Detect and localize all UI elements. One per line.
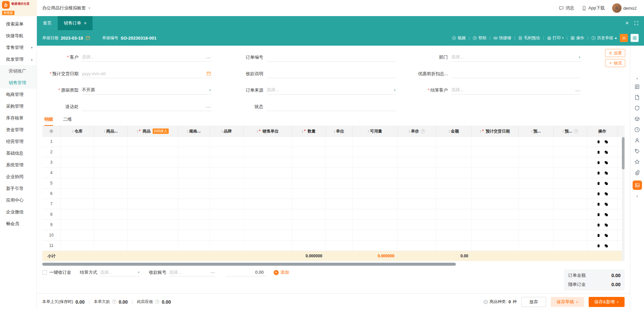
table-cell[interactable] — [472, 147, 519, 157]
table-cell[interactable] — [61, 199, 94, 209]
table-cell[interactable] — [128, 157, 178, 167]
table-cell[interactable] — [353, 199, 398, 209]
sort-icon[interactable]: ▴▾ — [302, 130, 303, 133]
table-cell[interactable] — [61, 178, 94, 188]
copy-row-icon[interactable] — [604, 150, 608, 154]
scan-entry-badge[interactable]: 扫码录入 — [153, 128, 169, 134]
copy-row-icon[interactable] — [604, 192, 608, 196]
toolbar-action-history[interactable]: 历史单据 — [591, 35, 613, 41]
sidebar-item[interactable]: 电商管理 — [0, 89, 37, 100]
column-header[interactable]: ▴▾*销售单位 — [244, 126, 292, 136]
delete-row-icon[interactable] — [596, 202, 601, 206]
sidebar-item[interactable]: 营销推广 — [0, 65, 37, 77]
sidebar-item[interactable]: 零售管理▾ — [0, 42, 37, 53]
tab-detail[interactable]: 明细 — [44, 116, 53, 126]
table-cell[interactable] — [554, 209, 587, 219]
field-input[interactable]: yyyy-mm-dd — [82, 69, 212, 78]
table-cell[interactable] — [436, 241, 472, 251]
sidebar-item[interactable]: 搜索菜单 — [0, 18, 37, 30]
sidebar-item[interactable]: 库存核算 — [0, 112, 37, 124]
toolbar-action-estimate[interactable]: 毛利预估 — [518, 35, 540, 41]
table-cell[interactable] — [519, 147, 554, 157]
table-cell[interactable] — [61, 147, 94, 157]
copy-row-icon[interactable] — [604, 212, 608, 217]
table-cell[interactable] — [210, 168, 244, 178]
image-icon[interactable] — [633, 180, 642, 190]
column-header[interactable]: ▴▾商品... — [94, 126, 128, 136]
toolbar-action-grid[interactable]: 操作 — [571, 35, 584, 41]
field-input[interactable]: 不开票▾ — [82, 86, 212, 95]
sidebar-item[interactable]: 应用中心 — [0, 194, 37, 206]
column-header[interactable]: 操作 — [587, 126, 618, 136]
sort-icon[interactable]: ▴▾ — [187, 130, 189, 133]
chevron-down-icon[interactable]: ▾ — [394, 88, 395, 92]
table-cell[interactable] — [244, 137, 292, 147]
tag-icon[interactable] — [634, 148, 640, 154]
table-cell[interactable] — [436, 189, 472, 199]
doc-date-value[interactable]: 2023-03-18 — [61, 36, 83, 41]
clock-icon[interactable] — [634, 127, 640, 133]
column-header[interactable]: ▴▾预... — [519, 126, 554, 136]
save-draft-button[interactable]: 保存草稿∧ — [551, 297, 584, 307]
table-cell[interactable] — [554, 147, 587, 157]
table-cell[interactable] — [398, 189, 436, 199]
table-cell[interactable] — [244, 241, 292, 251]
delete-row-icon[interactable] — [596, 192, 601, 196]
table-cell[interactable] — [210, 209, 244, 219]
table-cell[interactable] — [128, 209, 178, 219]
table-cell[interactable] — [292, 199, 326, 209]
table-cell[interactable] — [94, 209, 128, 219]
table-cell[interactable] — [128, 178, 178, 188]
table-cell[interactable] — [472, 178, 519, 188]
table-cell[interactable] — [244, 199, 292, 209]
table-cell[interactable] — [554, 199, 587, 209]
column-header[interactable]: ▴▾品牌 — [210, 126, 244, 136]
table-cell[interactable] — [210, 220, 244, 230]
table-cell[interactable] — [326, 157, 353, 167]
table-cell[interactable] — [292, 220, 326, 230]
table-cell[interactable] — [353, 137, 398, 147]
more-icon[interactable]: … — [206, 103, 211, 109]
column-settings-button[interactable] — [42, 126, 61, 136]
table-cell[interactable] — [398, 209, 436, 219]
table-cell[interactable] — [398, 241, 436, 251]
table-cell[interactable] — [519, 220, 554, 230]
table-cell[interactable] — [292, 137, 326, 147]
table-cell[interactable] — [292, 147, 326, 157]
account-book-selector[interactable]: 办公用品行业模拟账套 ▾ — [42, 5, 90, 11]
sidebar-item[interactable]: 采购管理 — [0, 100, 37, 112]
box-icon[interactable] — [634, 116, 640, 122]
table-cell[interactable] — [326, 220, 353, 230]
table-cell[interactable] — [61, 220, 94, 230]
table-cell[interactable] — [128, 199, 178, 209]
delete-row-icon[interactable] — [596, 150, 601, 154]
list-view-button[interactable] — [620, 34, 628, 42]
table-cell[interactable] — [178, 220, 210, 230]
table-cell[interactable] — [178, 147, 210, 157]
table-cell[interactable] — [210, 178, 244, 188]
column-header[interactable]: ▴▾单位 — [326, 126, 353, 136]
table-cell[interactable] — [436, 137, 472, 147]
save-and-new-button[interactable]: 保存&新增∧ — [589, 297, 625, 307]
delete-row-icon[interactable] — [596, 233, 601, 238]
column-header[interactable]: ▴▾规格... — [178, 126, 210, 136]
table-cell[interactable] — [326, 199, 353, 209]
table-cell[interactable] — [519, 178, 554, 188]
add-payment-button[interactable]: + 添加 — [274, 269, 289, 275]
chevron-down-icon[interactable]: ▾ — [209, 88, 211, 92]
sort-icon[interactable]: ▴▾ — [137, 130, 138, 133]
field-input[interactable]: 选择...… — [451, 86, 581, 95]
close-tab-icon[interactable]: × — [84, 20, 87, 26]
table-cell[interactable] — [554, 178, 587, 188]
table-cell[interactable] — [210, 230, 244, 240]
table-cell[interactable] — [554, 157, 587, 167]
column-header[interactable]: ▴▾金额 — [436, 126, 472, 136]
sort-icon[interactable]: ▴▾ — [562, 130, 564, 133]
user-menu[interactable]: demo2 — [612, 3, 637, 13]
sort-icon[interactable]: ▴▾ — [409, 130, 410, 133]
table-cell[interactable] — [353, 168, 398, 178]
table-cell[interactable] — [292, 189, 326, 199]
table-cell[interactable] — [94, 168, 128, 178]
table-cell[interactable] — [472, 209, 519, 219]
sort-icon[interactable]: ▴▾ — [531, 130, 533, 133]
